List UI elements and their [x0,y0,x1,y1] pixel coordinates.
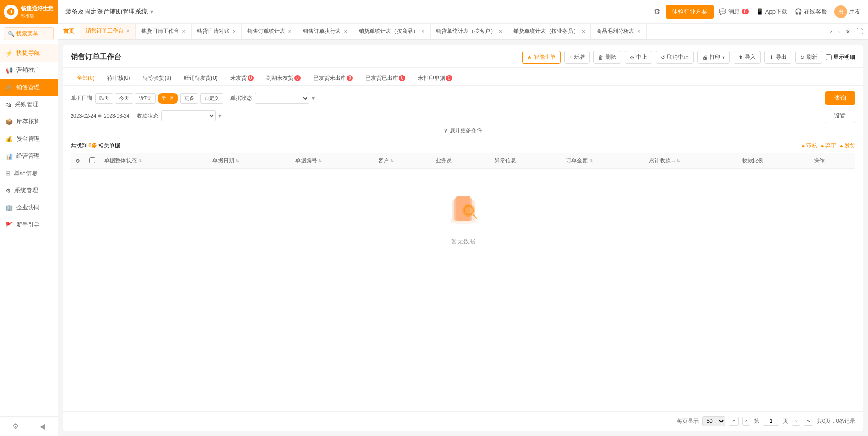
batch-ship-button[interactable]: ● 发货 [840,142,855,150]
sidebar-item-inventory[interactable]: 📦 库存核算 [0,113,58,130]
tab-sale-stats-product[interactable]: 销货单统计表（按商品） ✕ [353,24,431,40]
online-service-button[interactable]: 🎧 在线客服 [795,8,827,16]
select-all-checkbox[interactable] [89,157,95,163]
solution-button[interactable]: 体验行业方案 [666,5,714,19]
data-table: ⚙ 单据整体状态 ⇅ [71,153,855,169]
sidebar-item-marketing[interactable]: 📢 营销推广 [0,62,58,79]
tab-fullscreen-button[interactable]: ⛶ [854,27,864,36]
export-button[interactable]: ⬇ 导出 [764,51,791,64]
sidebar-item-sales[interactable]: 🛒 销售管理 [0,79,58,96]
status-select[interactable] [255,93,309,104]
app-download-button[interactable]: 📱 App下载 [756,8,787,16]
sidebar-item-enterprise[interactable]: 🏢 企业协同 [0,199,58,216]
sort-customer-icon[interactable]: ⇅ [390,158,394,163]
tab-close-all-button[interactable]: ✕ [844,27,853,36]
add-button[interactable]: + 新增 [564,51,590,64]
close-tab-cash-reconcile-icon[interactable]: ✕ [232,29,236,34]
next-page-button[interactable]: › [792,417,800,426]
sidebar-item-operation[interactable]: 📊 经营管理 [0,147,58,165]
cancel-stop-button[interactable]: ↺ 取消中止 [656,51,694,64]
grid-icon: ⊞ [5,170,10,177]
stop-button[interactable]: ⊘ 中止 [625,51,652,64]
settings-icon[interactable]: ⚙ [654,7,660,16]
sidebar-item-guide[interactable]: 🚩 新手引导 [0,216,58,233]
sub-tab-not-shipped[interactable]: 未发货0 [224,71,260,85]
sidebar-item-finance[interactable]: 💰 资金管理 [0,130,58,147]
per-page-select[interactable]: 20 50 100 [702,416,725,426]
tab-sales-order[interactable]: 销售订单工作台 ✕ [80,24,136,40]
show-detail-checkbox-label[interactable]: 显示明细 [826,53,855,61]
sidebar: 畅捷通好生意 标准版 🔍 搜索菜单 ⚡ 快捷导航 📢 营销推广 🛒 销售管理 🛍… [0,0,58,436]
empty-illustration [441,187,486,232]
sort-amount-icon[interactable]: ⇅ [589,158,593,163]
tab-sale-stats-customer[interactable]: 销货单统计表（按客户） ✕ [431,24,508,40]
close-tab-sales-order-icon[interactable]: ✕ [126,28,130,33]
date-today-button[interactable]: 今天 [115,93,133,104]
import-button[interactable]: ⬆ 导入 [734,51,761,64]
batch-unaudit-button[interactable]: ● 弃审 [821,142,836,150]
delete-button[interactable]: 🗑 删除 [593,51,621,64]
settings-footer-button[interactable]: ⚙ [4,420,27,432]
last-page-button[interactable]: » [804,417,813,426]
sidebar-item-nav[interactable]: ⚡ 快捷导航 [0,44,58,62]
date-yesterday-button[interactable]: 昨天 [95,93,113,104]
query-button[interactable]: 查询 [825,91,855,105]
sub-tab-expired-not-shipped[interactable]: 到期未发货0 [260,71,307,85]
user-menu[interactable]: 用 用友 [834,5,861,18]
prev-page-button[interactable]: ‹ [742,417,750,426]
setting-button[interactable]: 设置 [825,109,855,123]
sidebar-item-purchase[interactable]: 🛍 采购管理 [0,96,58,113]
megaphone-icon: 📢 [5,67,13,74]
close-tab-sale-stats-product-icon[interactable]: ✕ [421,29,425,34]
date-1month-button[interactable]: 近1月 [158,93,178,104]
tab-order-stats[interactable]: 销售订单统计表 ✕ [242,24,297,40]
tab-order-exec[interactable]: 销售订单执行表 ✕ [297,24,353,40]
sort-number-icon[interactable]: ⇅ [318,158,322,163]
sort-collected-icon[interactable]: ⇅ [676,158,680,163]
close-tab-product-margin-icon[interactable]: ✕ [637,29,641,34]
message-icon: 💬 [719,8,726,15]
collection-select[interactable] [161,110,216,121]
search-menu-button[interactable]: 🔍 搜索菜单 [4,27,54,40]
close-tab-order-stats-icon[interactable]: ✕ [288,29,292,34]
page-input[interactable] [763,417,779,426]
sub-tab-all[interactable]: 全部(0) [71,71,101,85]
tab-sale-stats-staff[interactable]: 销货单统计表（按业务员） ✕ [508,24,591,40]
print-button[interactable]: 🖨 打印 ▾ [697,51,730,64]
close-tab-cash-daily-icon[interactable]: ✕ [182,29,186,34]
date-7days-button[interactable]: 近7天 [135,93,156,104]
tab-prev-button[interactable]: ‹ [829,27,834,36]
message-button[interactable]: 💬 消息 6 [719,8,749,16]
smart-create-button[interactable]: ★ 智能生单 [522,51,561,64]
export-icon: ⬇ [769,54,774,61]
sub-tab-pending-check[interactable]: 待拣验货(0) [136,71,177,85]
sub-tab-shipped-out[interactable]: 已发货已出库0 [359,71,412,85]
date-more-button[interactable]: 更多 [180,93,198,104]
sub-tab-pending[interactable]: 待审核(0) [101,71,137,85]
tab-home[interactable]: 首页 [58,24,80,40]
refresh-button[interactable]: ↻ 刷新 [795,51,822,64]
col-settings-icon[interactable]: ⚙ [75,158,80,164]
nav-icon: ⚡ [5,50,13,57]
close-tab-sale-stats-customer-icon[interactable]: ✕ [499,29,502,34]
sidebar-item-system[interactable]: ⚙ 系统管理 [0,182,58,199]
sub-tab-wangpu[interactable]: 旺铺待发货(0) [177,71,224,85]
show-detail-checkbox[interactable] [826,54,832,60]
tab-product-margin[interactable]: 商品毛利分析表 ✕ [591,24,647,40]
sub-tab-not-printed[interactable]: 未打印单据0 [412,71,459,85]
first-page-button[interactable]: « [729,417,739,426]
sort-date-icon[interactable]: ⇅ [235,158,239,163]
date-custom-button[interactable]: 自定义 [200,93,223,104]
sidebar-item-base[interactable]: ⊞ 基础信息 [0,165,58,182]
cart-icon: 🛒 [5,84,13,91]
sort-status-icon[interactable]: ⇅ [138,158,142,163]
close-tab-order-exec-icon[interactable]: ✕ [344,29,347,34]
expand-filter-button[interactable]: ∨ 展开更多条件 [71,127,855,134]
tab-cash-daily[interactable]: 钱货日清工作台 ✕ [136,24,192,40]
tab-next-button[interactable]: › [836,27,842,36]
batch-audit-button[interactable]: ● 审核 [801,142,817,150]
sub-tab-shipped-not-out[interactable]: 已发货未出库0 [307,71,360,85]
tab-cash-reconcile[interactable]: 钱货日清对账 ✕ [192,24,242,40]
close-tab-sale-stats-staff-icon[interactable]: ✕ [581,29,585,34]
collapse-sidebar-button[interactable]: ◀ [31,420,54,432]
